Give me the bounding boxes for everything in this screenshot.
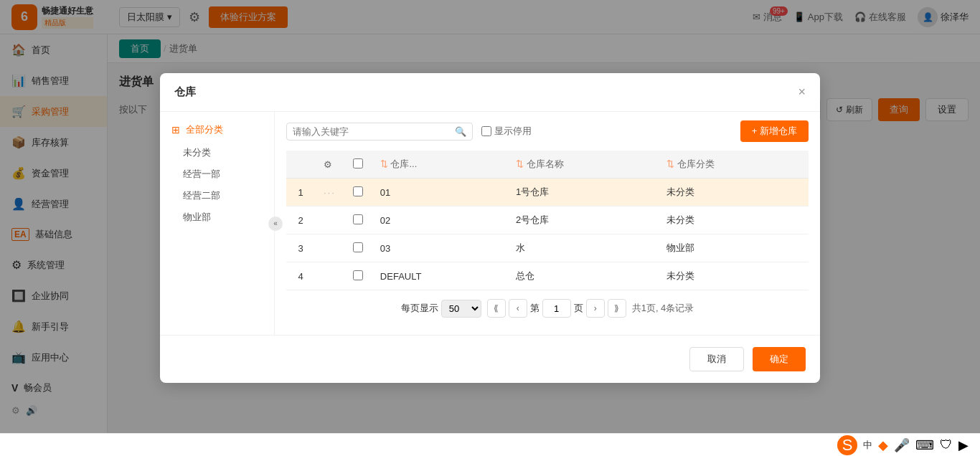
category-label-unclassified: 未分类 (183, 146, 211, 159)
category-label-dept1: 经营一部 (183, 168, 220, 181)
table-row[interactable]: 3 03 水 物业部 (286, 234, 809, 262)
table-container: ⚙ ⇅ 仓库... ⇅ (286, 151, 809, 290)
table-panel: 🔍 显示停用 + 新增仓库 ⚙ (275, 112, 820, 335)
row-check (344, 179, 372, 206)
show-disabled-checkbox[interactable] (481, 126, 491, 136)
col-check (344, 151, 372, 179)
row-gear (315, 262, 344, 290)
row-code-2: 02 (372, 206, 507, 234)
row-num: 4 (286, 262, 315, 290)
pagination: 每页显示 50 20 100 ⟪ ‹ 第 页 › (286, 290, 809, 326)
category-panel: ⊞ 全部分类 未分类 经营一部 经营二部 物业部 (160, 112, 275, 335)
category-item-unclassified[interactable]: 未分类 (183, 142, 274, 163)
row-category-3: 物业部 (658, 234, 809, 262)
status-bar: S 中 ◆ 🎤 ⌨ 🛡 ▶ (0, 433, 980, 456)
col-gear: ⚙ (315, 151, 344, 179)
sort-icon-category: ⇅ (666, 158, 674, 169)
row-gear[interactable]: ··· (315, 179, 344, 206)
s-middle-icon[interactable]: S (837, 435, 857, 455)
collapse-panel-button[interactable]: « (268, 217, 283, 231)
row-check (344, 234, 372, 262)
modal-title: 仓库 (174, 85, 196, 99)
col-warehouse-category: ⇅ 仓库分类 (658, 151, 809, 179)
diamond-icon[interactable]: ◆ (878, 437, 888, 453)
add-warehouse-button[interactable]: + 新增仓库 (740, 120, 809, 142)
row-name-4: 总仓 (507, 262, 658, 290)
category-all-icon: ⊞ (171, 124, 180, 136)
per-page-select[interactable]: 50 20 100 (441, 300, 481, 318)
row-checkbox-3[interactable] (353, 242, 363, 252)
category-item-property[interactable]: 物业部 (183, 206, 274, 228)
select-all-checkbox[interactable] (353, 158, 363, 168)
gear-header-icon[interactable]: ⚙ (324, 159, 332, 170)
row-num: 1 (286, 179, 315, 206)
row-category-2: 未分类 (658, 206, 809, 234)
row-checkbox-1[interactable] (353, 186, 363, 196)
page-label: 第 (530, 302, 540, 315)
play-icon[interactable]: ▶ (958, 437, 969, 453)
warehouse-modal: 仓库 × ⊞ 全部分类 未分类 经营一部 经营二部 (160, 73, 820, 383)
table-row[interactable]: 4 DEFAULT 总仓 未分类 (286, 262, 809, 290)
modal-overlay: 仓库 × ⊞ 全部分类 未分类 经营一部 经营二部 (0, 0, 980, 456)
keyboard-icon[interactable]: ⌨ (915, 437, 934, 453)
page-suffix: 页 (574, 302, 583, 315)
category-label-property: 物业部 (183, 211, 211, 224)
mic-icon[interactable]: 🎤 (894, 437, 910, 453)
table-row[interactable]: 1 ··· 01 1号仓库 未分类 (286, 179, 809, 206)
modal-close-button[interactable]: × (798, 85, 806, 100)
modal-footer: 取消 确定 (160, 335, 820, 383)
search-icon: 🔍 (455, 126, 466, 137)
category-item-dept2[interactable]: 经营二部 (183, 185, 274, 206)
modal-header: 仓库 × (160, 73, 820, 112)
row-gear (315, 206, 344, 234)
row-check (344, 262, 372, 290)
cancel-button[interactable]: 取消 (689, 347, 744, 371)
page-number-input[interactable] (542, 299, 571, 318)
search-box: 🔍 (286, 123, 473, 141)
row-num: 2 (286, 206, 315, 234)
row-code-3: 03 (372, 234, 507, 262)
page-navigation: ⟪ ‹ 第 页 › ⟫ (487, 299, 626, 318)
col-num (286, 151, 315, 179)
row-code-1: 01 (372, 179, 507, 206)
row-name-1: 1号仓库 (507, 179, 658, 206)
table-row[interactable]: 2 02 2号仓库 未分类 (286, 206, 809, 234)
table-toolbar: 🔍 显示停用 + 新增仓库 (286, 120, 809, 142)
row-checkbox-2[interactable] (353, 214, 363, 224)
sort-icon-code: ⇅ (380, 158, 388, 169)
show-disabled-label: 显示停用 (481, 125, 532, 138)
category-all-label: 全部分类 (186, 123, 223, 136)
sort-icon-name: ⇅ (516, 158, 524, 169)
col-warehouse-name: ⇅ 仓库名称 (507, 151, 658, 179)
next-page-button[interactable]: › (586, 299, 605, 318)
per-page-selector: 每页显示 50 20 100 (401, 300, 481, 318)
category-all[interactable]: ⊞ 全部分类 (160, 118, 274, 142)
row-check (344, 206, 372, 234)
warehouse-table: ⚙ ⇅ 仓库... ⇅ (286, 151, 809, 290)
col-warehouse-code: ⇅ 仓库... (372, 151, 507, 179)
last-page-button[interactable]: ⟫ (608, 299, 626, 318)
category-label-dept2: 经营二部 (183, 189, 220, 202)
row-name-2: 2号仓库 (507, 206, 658, 234)
modal-body: ⊞ 全部分类 未分类 经营一部 经营二部 物业部 (160, 112, 820, 335)
row-name-3: 水 (507, 234, 658, 262)
row-checkbox-4[interactable] (353, 270, 363, 280)
shield-icon[interactable]: 🛡 (940, 437, 953, 452)
row-code-4: DEFAULT (372, 262, 507, 290)
row-num: 3 (286, 234, 315, 262)
category-item-dept1[interactable]: 经营一部 (183, 163, 274, 185)
table-header: ⚙ ⇅ 仓库... ⇅ (286, 151, 809, 179)
confirm-button[interactable]: 确定 (753, 347, 806, 371)
row-gear (315, 234, 344, 262)
prev-page-button[interactable]: ‹ (509, 299, 527, 318)
table-body: 1 ··· 01 1号仓库 未分类 (286, 179, 809, 290)
row-category-1: 未分类 (658, 179, 809, 206)
first-page-button[interactable]: ⟪ (487, 299, 506, 318)
total-info: 共1页, 4条记录 (632, 302, 694, 315)
search-input[interactable] (293, 126, 452, 137)
zhong-icon[interactable]: 中 (863, 439, 872, 452)
row-category-4: 未分类 (658, 262, 809, 290)
category-sub-list: 未分类 经营一部 经营二部 物业部 (160, 142, 274, 228)
more-actions-icon[interactable]: ··· (324, 187, 336, 198)
